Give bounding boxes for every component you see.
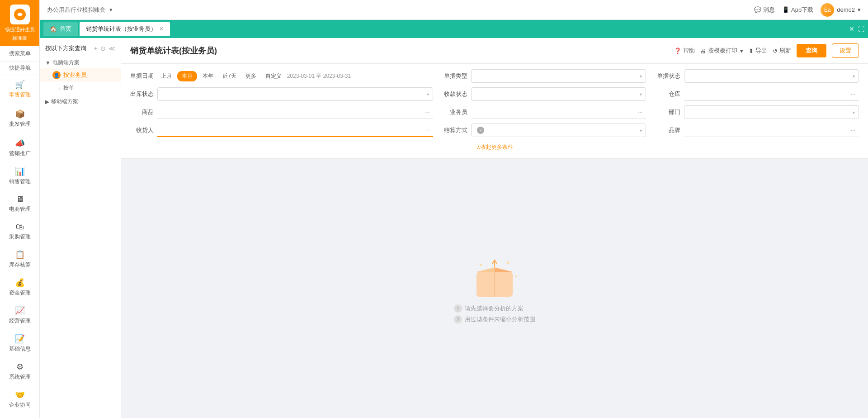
settings-plan-btn[interactable]: ⊙	[100, 45, 106, 52]
breadcrumb: 办公用品行业模拟账套 ▾	[47, 6, 113, 14]
tab-sales-stats[interactable]: 销货单统计表（按业务员） ✕	[80, 22, 170, 36]
marketing-icon: 📣	[15, 138, 25, 148]
download-icon: 📱	[782, 6, 789, 13]
doc-status-label: 单据状态	[657, 72, 680, 80]
settings-button[interactable]: 设置	[832, 43, 859, 58]
breadcrumb-dropdown[interactable]: ▾	[109, 6, 113, 13]
receiver-label: 收货人	[130, 126, 154, 134]
help-icon: ❓	[674, 48, 681, 54]
filter-doc-type-field: 单据类型 ▾	[444, 69, 646, 83]
pc-plan-group: ▼ 电脑端方案 👤 按业务员 ≡ 按单	[40, 57, 121, 94]
export-btn[interactable]: ⬆ 导出	[749, 47, 767, 55]
quick-nav-item[interactable]: 快捷导航	[0, 62, 39, 75]
tab-close-all-icon[interactable]: ✕	[849, 25, 854, 33]
print-template-btn[interactable]: 🖨 按模板打印 ▾	[700, 47, 743, 55]
app-logo[interactable]: 畅捷通好生意 标准版	[0, 0, 39, 46]
left-panel: 按以下方案查询 + ⊙ ≪ ▼ 电脑端方案 👤 按业务员	[40, 38, 121, 418]
sidebar-item-system[interactable]: ⚙ 系统管理	[0, 357, 39, 385]
goods-label: 商品	[130, 108, 154, 116]
filter-date-field: 单据日期 上月 本月 本年 近7天 更多 自定义 2023-03-01 至 20…	[130, 71, 433, 81]
tip-text-2: 用过滤条件来缩小分析范围	[465, 315, 535, 323]
salesperson-select[interactable]: ···	[471, 105, 646, 119]
message-icon: 💬	[754, 6, 761, 13]
tab-close-icon[interactable]: ✕	[159, 26, 164, 32]
collapse-label: 收起更多条件	[481, 143, 513, 151]
sidebar-item-retail-label: 零售管理	[9, 91, 31, 99]
refresh-icon: ↺	[773, 48, 778, 54]
plan-item-by-salesperson[interactable]: 👤 按业务员	[40, 68, 121, 82]
collapse-panel-btn[interactable]: ≪	[108, 45, 115, 52]
doc-status-select[interactable]: ▾	[684, 69, 859, 83]
receiver-select[interactable]: ···	[157, 124, 433, 137]
date-btn-7days[interactable]: 近7天	[219, 71, 240, 81]
plan-item-icon: 👤	[52, 71, 61, 79]
collapse-btn[interactable]: ∧ 收起更多条件	[473, 142, 517, 153]
settlement-select[interactable]: × ▾	[471, 124, 646, 137]
tab-bar-end: ✕ ⛶	[849, 25, 864, 33]
date-btn-more[interactable]: 更多	[242, 71, 260, 81]
query-button[interactable]: 查询	[797, 44, 826, 57]
search-menu-item[interactable]: 搜索菜单	[0, 46, 39, 62]
top-header: 办公用品行业模拟账套 ▾ 💬 消息 📱 App下载 Ea demo2 ▾	[40, 0, 868, 20]
sidebar-item-operations[interactable]: 📈 经营管理	[0, 301, 39, 329]
out-status-chevron-icon: ▾	[427, 92, 429, 97]
plan-subitem-by-order[interactable]: ≡ 按单	[40, 82, 121, 94]
sidebar-item-purchase[interactable]: 🛍 采购管理	[0, 218, 39, 245]
app-download-btn[interactable]: 📱 App下载	[782, 6, 813, 14]
warehouse-select[interactable]: ···	[684, 87, 859, 101]
pc-plan-arrow-icon: ▼	[45, 60, 51, 66]
sidebar-item-ecommerce[interactable]: 🖥 电商管理	[0, 190, 39, 218]
sidebar-item-retail[interactable]: 🛒 零售管理	[0, 75, 39, 104]
message-btn[interactable]: 💬 消息	[754, 6, 775, 14]
doc-type-select[interactable]: ▾	[471, 69, 646, 83]
date-btn-custom[interactable]: 自定义	[262, 71, 285, 81]
date-btn-this-year[interactable]: 本年	[199, 71, 217, 81]
out-status-select[interactable]: ▾	[157, 87, 433, 101]
settlement-tag-close[interactable]: ×	[477, 127, 484, 134]
sidebar-item-basic-info[interactable]: 📝 基础信息	[0, 329, 39, 357]
sidebar-item-guide[interactable]: 🎯 新手引导	[0, 413, 39, 418]
user-menu-btn[interactable]: Ea demo2 ▾	[821, 3, 861, 17]
filter-payment-status-field: 收款状态 ▾	[444, 87, 646, 101]
sidebar-item-collab[interactable]: 🤝 企业协同	[0, 385, 39, 413]
sidebar-item-finance-label: 资金管理	[9, 289, 31, 297]
collapse-row: ∧ 收起更多条件	[130, 142, 859, 153]
date-btn-last-month[interactable]: 上月	[157, 71, 175, 81]
department-chevron-icon: ▾	[853, 110, 855, 115]
operations-icon: 📈	[15, 306, 25, 316]
left-panel-actions: + ⊙ ≪	[94, 45, 115, 52]
pc-plan-group-header[interactable]: ▼ 电脑端方案	[40, 57, 121, 68]
refresh-btn[interactable]: ↺ 刷新	[773, 47, 791, 55]
filter-row-2: 出库状态 ▾ 收款状态 ▾ 仓库	[130, 87, 859, 101]
sidebar-item-wholesale[interactable]: 📦 批发管理	[0, 104, 39, 134]
settlement-tag[interactable]: ×	[475, 127, 484, 134]
empty-illustration	[467, 254, 522, 299]
sidebar-item-system-label: 系统管理	[9, 373, 31, 381]
refresh-label: 刷新	[779, 47, 791, 55]
goods-select[interactable]: ···	[157, 105, 433, 119]
left-panel-header: 按以下方案查询 + ⊙ ≪	[40, 42, 121, 55]
payment-status-select[interactable]: ▾	[471, 87, 646, 101]
brand-select[interactable]: ···	[684, 124, 859, 137]
collapse-chevron-icon: ∧	[476, 144, 481, 151]
sidebar-item-collab-label: 企业协同	[9, 401, 31, 409]
sidebar-item-sales[interactable]: 📊 销售管理	[0, 162, 39, 190]
help-btn[interactable]: ❓ 帮助	[674, 47, 695, 55]
add-plan-btn[interactable]: +	[94, 45, 98, 52]
tab-expand-icon[interactable]: ⛶	[858, 25, 864, 33]
date-btn-this-month[interactable]: 本月	[177, 71, 197, 81]
filter-brand-field: 品牌 ···	[657, 124, 859, 137]
tab-home[interactable]: 🏠 首页	[43, 22, 78, 36]
app-download-label: App下载	[791, 6, 813, 14]
empty-tips: 1 请先选择要分析的方案 2 用过滤条件来缩小分析范围	[454, 304, 535, 323]
sidebar-item-inventory[interactable]: 📋 库存核算	[0, 245, 39, 273]
sidebar-item-marketing[interactable]: 📣 营销推广	[0, 134, 39, 162]
sidebar-item-purchase-label: 采购管理	[9, 233, 31, 241]
print-template-label: 按模板打印	[708, 47, 737, 55]
tip-num-2: 2	[454, 315, 462, 323]
main-area: 办公用品行业模拟账套 ▾ 💬 消息 📱 App下载 Ea demo2 ▾ 🏠	[40, 0, 868, 418]
mobile-plan-group-header[interactable]: ▶ 移动端方案	[40, 96, 121, 107]
sidebar-item-finance[interactable]: 💰 资金管理	[0, 273, 39, 301]
department-select[interactable]: ▾	[684, 105, 859, 119]
top-actions: 💬 消息 📱 App下载 Ea demo2 ▾	[754, 3, 861, 17]
